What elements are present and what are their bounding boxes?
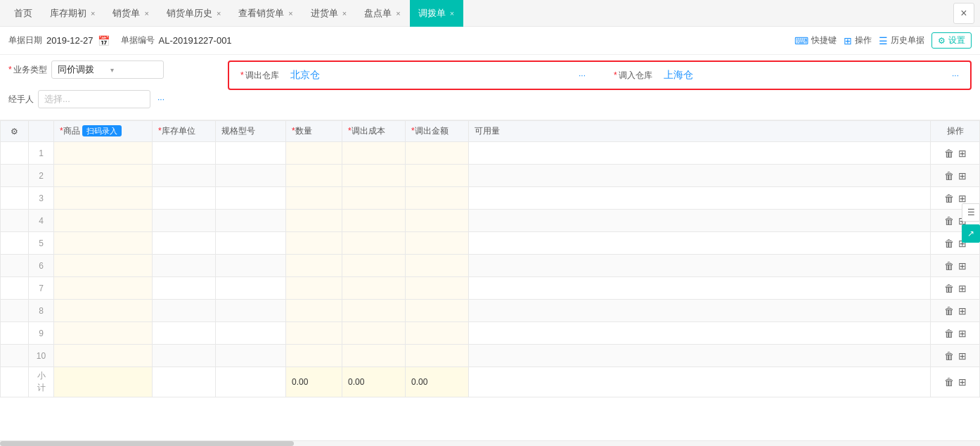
row-unit-cell[interactable] [153,210,216,232]
row-unit-cell[interactable] [153,165,216,187]
row-amount-cell[interactable] [406,277,469,300]
delete-row-button[interactable]: 🗑 [944,376,954,388]
delete-row-button[interactable]: 🗑 [944,260,954,272]
delete-row-button[interactable]: 🗑 [944,215,954,227]
tab-purchase-order[interactable]: 进货单 × [302,0,356,27]
transfer-out-more-icon[interactable]: ··· [579,70,586,80]
handler-select[interactable]: 选择... [38,90,150,108]
delete-row-button[interactable]: 🗑 [944,148,954,159]
row-qty-cell[interactable] [286,165,342,187]
row-qty-cell[interactable] [286,255,342,277]
row-spec-cell[interactable] [216,367,286,397]
row-amount-cell[interactable] [406,232,469,255]
row-qty-cell[interactable]: 0.00 [286,367,342,397]
history-button[interactable]: ☰ 历史单据 [879,34,924,46]
tab-sales-history-close[interactable]: × [217,9,221,18]
row-product-cell[interactable] [54,277,153,300]
transfer-in-more-icon[interactable]: ··· [952,70,959,80]
row-qty-cell[interactable] [286,322,342,345]
row-amount-cell[interactable]: 0.00 [406,367,469,397]
row-qty-cell[interactable] [286,187,342,210]
copy-row-button[interactable]: ⊞ [958,305,967,317]
row-amount-cell[interactable] [406,255,469,277]
row-cost-cell[interactable] [342,277,406,300]
scrollbar-thumb[interactable] [0,441,294,446]
row-qty-cell[interactable] [286,277,342,300]
horizontal-scrollbar[interactable] [0,440,980,446]
row-spec-cell[interactable] [216,345,286,367]
scan-button[interactable]: 扫码录入 [82,125,122,136]
delete-row-button[interactable]: 🗑 [944,350,954,362]
row-unit-cell[interactable] [153,142,216,165]
row-cost-cell[interactable] [342,165,406,187]
operations-button[interactable]: ⊞ 操作 [844,34,872,46]
row-spec-cell[interactable] [216,300,286,322]
row-amount-cell[interactable] [406,187,469,210]
handler-more-icon[interactable]: ··· [157,94,165,104]
row-spec-cell[interactable] [216,232,286,255]
copy-row-button[interactable]: ⊞ [958,350,967,362]
calendar-icon[interactable]: 📅 [98,35,110,46]
row-cost-cell[interactable] [342,232,406,255]
delete-row-button[interactable]: 🗑 [944,283,954,294]
row-spec-cell[interactable] [216,165,286,187]
row-amount-cell[interactable] [406,300,469,322]
side-export-button[interactable]: ↗ [962,224,980,243]
row-amount-cell[interactable] [406,322,469,345]
row-cost-cell[interactable]: 0.00 [342,367,406,397]
tab-view-sales[interactable]: 查看销货单 × [230,0,302,27]
business-type-select[interactable]: 同价调拨 ▾ [51,60,164,79]
row-unit-cell[interactable] [153,300,216,322]
copy-row-button[interactable]: ⊞ [958,260,967,272]
row-qty-cell[interactable] [286,210,342,232]
settings-button[interactable]: ⚙ 设置 [931,32,972,49]
side-list-button[interactable]: ☰ [962,203,980,222]
row-unit-cell[interactable] [153,255,216,277]
row-cost-cell[interactable] [342,300,406,322]
copy-row-button[interactable]: ⊞ [958,328,967,339]
row-unit-cell[interactable] [153,187,216,210]
tab-home[interactable]: 首页 [6,0,41,27]
row-product-cell[interactable] [54,255,153,277]
row-qty-cell[interactable] [286,142,342,165]
copy-row-button[interactable]: ⊞ [958,170,967,181]
row-qty-cell[interactable] [286,300,342,322]
row-amount-cell[interactable] [406,142,469,165]
row-product-cell[interactable] [54,187,153,210]
row-amount-cell[interactable] [406,210,469,232]
delete-row-button[interactable]: 🗑 [944,238,954,249]
tab-inventory-init[interactable]: 库存期初 × [41,0,104,27]
row-cost-cell[interactable] [342,210,406,232]
row-unit-cell[interactable] [153,345,216,367]
row-spec-cell[interactable] [216,255,286,277]
delete-row-button[interactable]: 🗑 [944,305,954,317]
row-amount-cell[interactable] [406,165,469,187]
row-amount-cell[interactable] [406,345,469,367]
delete-row-button[interactable]: 🗑 [944,193,954,204]
row-product-cell[interactable] [54,367,153,397]
tab-purchase-order-close[interactable]: × [342,9,347,18]
tab-inventory-count-close[interactable]: × [396,9,400,18]
tab-inventory-count[interactable]: 盘点单 × [356,0,409,27]
tab-inventory-init-close[interactable]: × [91,9,95,18]
row-spec-cell[interactable] [216,277,286,300]
row-spec-cell[interactable] [216,322,286,345]
row-unit-cell[interactable] [153,322,216,345]
delete-row-button[interactable]: 🗑 [944,170,954,181]
row-product-cell[interactable] [54,210,153,232]
copy-row-button[interactable]: ⊞ [958,193,967,204]
row-product-cell[interactable] [54,345,153,367]
tab-transfer[interactable]: 调拨单 × [410,0,463,27]
tab-sales-order[interactable]: 销货单 × [104,0,157,27]
row-product-cell[interactable] [54,165,153,187]
copy-row-button[interactable]: ⊞ [958,376,967,388]
row-cost-cell[interactable] [342,322,406,345]
row-product-cell[interactable] [54,300,153,322]
row-qty-cell[interactable] [286,345,342,367]
tab-transfer-close[interactable]: × [450,9,454,18]
copy-row-button[interactable]: ⊞ [958,148,967,159]
row-unit-cell[interactable] [153,277,216,300]
row-cost-cell[interactable] [342,255,406,277]
row-cost-cell[interactable] [342,187,406,210]
row-product-cell[interactable] [54,142,153,165]
